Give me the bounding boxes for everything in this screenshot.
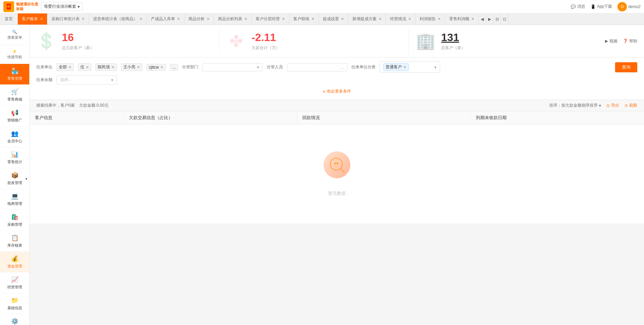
tab-profit-report[interactable]: 利润报告 ✕ bbox=[416, 13, 445, 25]
sidebar-item-ecommerce[interactable]: 💻 电商管理 bbox=[0, 189, 29, 210]
svg-line-2 bbox=[341, 169, 344, 172]
tab-close-icon[interactable]: ✕ bbox=[177, 17, 180, 21]
sidebar-item-system[interactable]: ⚙️ 系统管理 bbox=[0, 314, 29, 325]
tab-close-icon[interactable]: ✕ bbox=[438, 17, 441, 21]
sidebar-item-retail-stats[interactable]: 📊 零售统计 bbox=[0, 147, 29, 168]
remove-filter-all[interactable]: ✕ bbox=[68, 65, 72, 70]
search-menu-button[interactable]: 🔍 搜索菜单 bbox=[3, 28, 27, 41]
sidebar-item-basic-info[interactable]: 📁 基础信息 bbox=[0, 293, 29, 314]
tab-close-icon[interactable]: ✕ bbox=[311, 17, 314, 21]
table-area: 客户信息 欠款交易信息（占比） 回款情况 到期未收款日期 bbox=[30, 111, 644, 223]
stat-info-1: 16 总欠款客户（家） bbox=[62, 31, 94, 51]
chevron-down-icon: ▾ bbox=[78, 4, 80, 9]
message-button[interactable]: 💬 消息 bbox=[571, 4, 585, 9]
tab-customer-ledger[interactable]: 客户账本 ✕ bbox=[18, 13, 47, 25]
help-button[interactable]: ❓ 帮助 bbox=[623, 38, 637, 44]
filter-tag-vendor-cjttcw[interactable]: cjttcw ✕ bbox=[146, 64, 166, 71]
dept-select[interactable]: ▾ bbox=[202, 63, 263, 71]
tab-add-commission[interactable]: 新增提成方案 ✕ bbox=[348, 13, 386, 25]
sidebar-item-purchase[interactable]: 🛍️ 采购管理 bbox=[0, 210, 29, 231]
tab-menu-button[interactable]: ⊟ bbox=[493, 13, 501, 25]
stat-number-amount: -2.11 bbox=[252, 31, 280, 44]
tab-close-icon[interactable]: ✕ bbox=[207, 17, 210, 21]
app-download-button[interactable]: 📱 App下载 bbox=[591, 4, 612, 9]
dept-select-arrow: ▾ bbox=[257, 65, 259, 70]
sidebar-item-marketing[interactable]: 📢 营销推广 bbox=[0, 106, 29, 127]
filter-tag-vendor-wu[interactable]: 伍 ✕ bbox=[78, 63, 91, 71]
tab-goods-analysis-list[interactable]: 商品分析列表 ✕ bbox=[214, 13, 252, 25]
user-profile[interactable]: D demo2 bbox=[617, 2, 641, 11]
tab-production-entry[interactable]: 产成品入库单 ✕ bbox=[147, 13, 184, 25]
tab-close-icon[interactable]: ✕ bbox=[341, 17, 344, 21]
sort-arrow-icon: ▾ bbox=[599, 103, 601, 108]
sidebar-item-batch-mgmt[interactable]: 📦 批发管理 bbox=[0, 168, 29, 189]
sidebar-item-finance[interactable]: 💰 资金管理 bbox=[0, 252, 29, 273]
video-button[interactable]: ▶ 视频 bbox=[605, 38, 617, 44]
query-button[interactable]: 查询 bbox=[615, 62, 637, 72]
tab-commission-settings[interactable]: 提成设置 ✕ bbox=[319, 13, 348, 25]
tab-prev-button[interactable]: ◀ bbox=[479, 13, 486, 25]
tab-purchase-goods-stats[interactable]: 进货单统计表（按商品） ✕ bbox=[89, 13, 147, 25]
export-button[interactable]: ⊙ 导出 bbox=[606, 103, 619, 108]
sidebar-item-inventory[interactable]: 📋 库存核算 bbox=[0, 231, 29, 252]
filter-tag-more[interactable]: ... bbox=[170, 64, 178, 71]
stat-info-3: 131 总客户（家） bbox=[441, 31, 465, 51]
remove-filter-wu[interactable]: ✕ bbox=[86, 65, 89, 70]
stat-info-2: -2.11 欠款合计（万） bbox=[252, 31, 280, 51]
header-right: 💬 消息 📱 App下载 D demo2 bbox=[571, 2, 641, 11]
tab-customer-tier[interactable]: 客户分层经营 ✕ bbox=[252, 13, 289, 25]
collapse-button[interactable]: ∧ 收起更多条件 bbox=[321, 87, 352, 96]
download-icon: 📱 bbox=[591, 4, 596, 9]
person-select[interactable]: ... bbox=[287, 63, 347, 71]
remove-filter-wang[interactable]: ✕ bbox=[137, 65, 140, 70]
sort-selector[interactable]: 排序：按欠款金额倒序排序 ▾ bbox=[549, 103, 601, 108]
help-icon: ❓ bbox=[623, 39, 628, 43]
empty-label: 暂无数据 bbox=[328, 190, 346, 196]
category-tag-normal[interactable]: 普通客户 ✕ bbox=[383, 63, 409, 71]
logo-icon: 🧧 bbox=[3, 1, 14, 12]
tab-close-icon[interactable]: ✕ bbox=[282, 17, 285, 21]
stat-label-total: 总客户（家） bbox=[441, 45, 465, 51]
basic-info-icon: 📁 bbox=[11, 297, 18, 304]
tab-close-icon[interactable]: ✕ bbox=[82, 17, 85, 21]
result-summary: 搜索结果中，客户0家 欠款金额 0.00元 bbox=[36, 103, 109, 108]
tab-customer-contact[interactable]: 客户联络 ✕ bbox=[289, 13, 319, 25]
tab-next-button[interactable]: ▶ bbox=[486, 13, 493, 25]
tab-close-icon[interactable]: ✕ bbox=[379, 17, 382, 21]
tab-retail-profit[interactable]: 零售利润概 ✕ bbox=[445, 13, 479, 25]
th-due-date: 到期未收款日期 bbox=[471, 111, 644, 124]
system-icon: ⚙️ bbox=[11, 318, 18, 325]
tab-close-icon[interactable]: ✕ bbox=[244, 17, 247, 21]
filter-row-1: 往来单位 全部 ✕ 伍 ✕ 陈民强 ✕ 王小亮 ✕ cjt bbox=[36, 62, 637, 73]
stat-block-amount: ✤ -2.11 欠款合计（万） bbox=[226, 28, 409, 54]
remove-filter-chen[interactable]: ✕ bbox=[111, 65, 115, 70]
tab-purchase-stats[interactable]: 采购订单统计表 ✕ bbox=[47, 13, 89, 25]
tab-close-icon[interactable]: ✕ bbox=[139, 17, 142, 21]
stat-icon-1: 💲 bbox=[36, 31, 56, 51]
filter-tag-vendor-chen[interactable]: 陈民强 ✕ bbox=[95, 63, 117, 71]
tab-operations[interactable]: 经营情况 ✕ bbox=[386, 13, 416, 25]
remove-filter-cjttcw[interactable]: ✕ bbox=[160, 65, 164, 70]
tab-close-icon[interactable]: ✕ bbox=[40, 17, 43, 21]
tab-close-icon[interactable]: ✕ bbox=[471, 17, 474, 21]
marketing-icon: 📢 bbox=[11, 109, 18, 116]
collapse-row: ∧ 收起更多条件 bbox=[36, 87, 637, 96]
help-area: ▶ 视频 ❓ 帮助 bbox=[605, 38, 637, 44]
remove-category[interactable]: ✕ bbox=[403, 65, 406, 70]
quick-nav-button[interactable]: ⚡ 快捷导航 bbox=[0, 46, 29, 62]
tab-close-icon[interactable]: ✕ bbox=[408, 17, 411, 21]
sidebar-item-retail-mall[interactable]: 🛒 零售商城 bbox=[0, 85, 29, 106]
sidebar-item-operations[interactable]: 📈 经营管理 bbox=[0, 273, 29, 293]
tab-goods-analysis[interactable]: 商品分析 ✕ bbox=[184, 13, 214, 25]
workspace-selector[interactable]: 母婴行业演示帐套 ▾ bbox=[41, 2, 83, 11]
refresh-button[interactable]: ⊙ 刷新 bbox=[625, 103, 637, 108]
sidebar-item-retail-mgmt[interactable]: 🏪 零售管理 bbox=[0, 64, 29, 85]
category-select[interactable]: 普通客户 ✕ ▾ bbox=[380, 62, 440, 73]
balance-select[interactable]: 选择... ▾ bbox=[56, 75, 117, 84]
tab-home[interactable]: 首页 bbox=[0, 13, 18, 25]
sidebar-item-member[interactable]: 👥 会员中心 bbox=[0, 127, 29, 147]
main-layout: 🔍 搜索菜单 ⚡ 快捷导航 🏪 零售管理 🛒 零售商城 📢 营销推广 👥 会员中… bbox=[0, 25, 644, 325]
filter-tag-vendor-wang[interactable]: 王小亮 ✕ bbox=[121, 63, 142, 71]
filter-tag-vendor-all[interactable]: 全部 ✕ bbox=[56, 63, 74, 71]
tab-maximize-button[interactable]: ⊡ bbox=[501, 13, 508, 25]
